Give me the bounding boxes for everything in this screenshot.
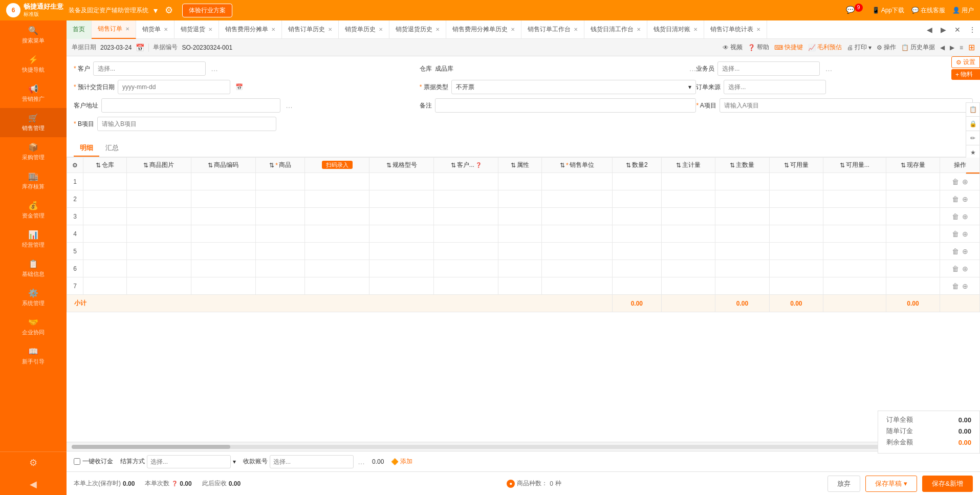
tab-close-1[interactable]: ✕ xyxy=(125,26,129,32)
th-settings[interactable]: ⚙ xyxy=(67,158,83,173)
save-draft-btn[interactable]: 保存草稿 ▾ xyxy=(865,476,917,492)
customer-input[interactable] xyxy=(93,61,206,76)
delivery-date-input[interactable] xyxy=(118,80,230,94)
row-product-3[interactable] xyxy=(255,208,304,225)
product-count-icon[interactable]: ● xyxy=(507,480,515,488)
row-code-6[interactable] xyxy=(191,260,255,277)
row-delete-7[interactable]: 🗑 xyxy=(952,282,959,290)
row-unit-4[interactable] xyxy=(542,225,613,243)
scrollbar-thumb[interactable] xyxy=(72,445,230,449)
row-warehouse-2[interactable] xyxy=(83,190,127,208)
row-copy-6[interactable]: ⊕ xyxy=(962,265,968,273)
row-warehouse-4[interactable] xyxy=(83,225,127,243)
this-order-help-icon[interactable]: ❓ xyxy=(171,481,178,486)
row-warehouse-5[interactable] xyxy=(83,243,127,260)
product-count-circle[interactable]: ● xyxy=(507,480,515,488)
one-click-collect-checkbox[interactable] xyxy=(74,458,80,465)
row-delete-4[interactable]: 🗑 xyxy=(952,230,959,238)
right-float-btn-1[interactable]: 📋 xyxy=(966,102,980,117)
tab-next-btn[interactable]: ▶ xyxy=(937,20,950,39)
salesperson-input[interactable] xyxy=(717,61,820,76)
row-qty2-4[interactable] xyxy=(612,225,661,243)
row-copy-4[interactable]: ⊕ xyxy=(962,230,968,238)
row-product-6[interactable] xyxy=(255,260,304,277)
row-unit-6[interactable] xyxy=(542,260,613,277)
sidebar-item-7[interactable]: 📊经营管理 xyxy=(0,225,67,254)
row-product-4[interactable] xyxy=(255,225,304,243)
row-unit-5[interactable] xyxy=(542,243,613,260)
row-product-2[interactable] xyxy=(255,190,304,208)
row-code-2[interactable] xyxy=(191,190,255,208)
tab-menu-btn[interactable]: ⋮ xyxy=(965,20,980,39)
row-product-7[interactable] xyxy=(255,277,304,295)
sidebar-item-3[interactable]: 🛒销售管理 xyxy=(0,108,67,137)
tab-close-2[interactable]: ✕ xyxy=(164,27,168,32)
sidebar-item-5[interactable]: 🏬库存核算 xyxy=(0,166,67,196)
order-source-input[interactable] xyxy=(724,80,826,94)
tab-close-5[interactable]: ✕ xyxy=(328,27,332,32)
operation-btn[interactable]: ⚙ 操作 xyxy=(877,43,896,52)
tab-sales-workbench[interactable]: 销售订单工作台✕ xyxy=(521,20,584,39)
toolbar-nav-next[interactable]: ▶ xyxy=(950,44,954,51)
row-code-4[interactable] xyxy=(191,225,255,243)
row-copy-1[interactable]: ⊕ xyxy=(962,178,968,186)
discard-btn[interactable]: 放弃 xyxy=(827,476,860,492)
tab-sales-expense-history[interactable]: 销售费用分摊单历史✕ xyxy=(446,20,521,39)
toolbar-view-toggle[interactable]: ≡ xyxy=(960,44,963,51)
sidebar-item-6[interactable]: 💰资金管理 xyxy=(0,196,67,225)
row-copy-5[interactable]: ⊕ xyxy=(962,247,968,255)
customer-address-input[interactable] xyxy=(101,98,280,113)
scrollbar-track[interactable] xyxy=(72,445,975,449)
row-code-7[interactable] xyxy=(191,277,255,295)
app-download-btn[interactable]: 📱 App下载 xyxy=(872,6,904,15)
row-warehouse-6[interactable] xyxy=(83,260,127,277)
sidebar-item-4[interactable]: 📦采购管理 xyxy=(0,137,67,166)
tab-close-3[interactable]: ✕ xyxy=(208,27,212,32)
row-code-1[interactable] xyxy=(191,173,255,190)
row-warehouse-7[interactable] xyxy=(83,277,127,295)
row-qty2-3[interactable] xyxy=(612,208,661,225)
row-qty2-1[interactable] xyxy=(612,173,661,190)
tab-sales-bill-history[interactable]: 销货单历史✕ xyxy=(339,20,389,39)
add-collect-btn[interactable]: 🔶 添加 xyxy=(391,457,412,466)
tab-daily-reconcile[interactable]: 钱货日清对账✕ xyxy=(647,20,704,39)
row-delete-3[interactable]: 🗑 xyxy=(952,212,959,221)
right-float-btn-2[interactable]: 🔒 xyxy=(966,117,980,131)
right-float-btn-3[interactable]: ✏ xyxy=(966,131,980,145)
tab-close-all-btn[interactable]: ✕ xyxy=(950,20,965,39)
sidebar-item-11[interactable]: 📖新手引导 xyxy=(0,341,67,371)
row-product-5[interactable] xyxy=(255,243,304,260)
shortcut-btn[interactable]: ⌨ 快捷键 xyxy=(774,43,803,52)
row-qty2-5[interactable] xyxy=(612,243,661,260)
sidebar-item-0[interactable]: 🔍搜索菜单 xyxy=(0,20,67,50)
row-warehouse-3[interactable] xyxy=(83,208,127,225)
tab-close-9[interactable]: ✕ xyxy=(574,27,578,32)
row-qty2-7[interactable] xyxy=(612,277,661,295)
row-copy-3[interactable]: ⊕ xyxy=(962,212,968,221)
sidebar-item-1[interactable]: ⚡快捷导航 xyxy=(0,50,67,79)
row-unit-1[interactable] xyxy=(542,173,613,190)
row-warehouse-1[interactable] xyxy=(83,173,127,190)
sidebar-settings-btn[interactable]: ⚙ xyxy=(0,452,67,474)
row-code-5[interactable] xyxy=(191,243,255,260)
row-copy-2[interactable]: ⊕ xyxy=(962,195,968,203)
b-project-input[interactable] xyxy=(97,117,276,131)
tab-sales-order-history[interactable]: 销售订单历史✕ xyxy=(282,20,339,39)
row-copy-7[interactable]: ⊕ xyxy=(962,282,968,290)
row-unit-2[interactable] xyxy=(542,190,613,208)
row-unit-3[interactable] xyxy=(542,208,613,225)
row-code-3[interactable] xyxy=(191,208,255,225)
tab-summary[interactable]: 汇总 xyxy=(99,140,125,157)
tab-prev-btn[interactable]: ◀ xyxy=(923,20,937,39)
account-dots-btn[interactable]: … xyxy=(358,458,365,466)
notification-area[interactable]: 💬 9 xyxy=(846,6,864,15)
one-click-collect-label[interactable]: 一键收订金 xyxy=(74,457,113,466)
tab-daily-clear[interactable]: 钱货日清工作台✕ xyxy=(584,20,647,39)
address-dots-btn[interactable]: … xyxy=(286,101,293,110)
date-picker-icon[interactable]: 📅 xyxy=(136,44,144,52)
tab-sales-return-history[interactable]: 销货退货历史✕ xyxy=(389,20,446,39)
tab-sales-stats[interactable]: 销售订单统计表✕ xyxy=(704,20,767,39)
online-service-btn[interactable]: 💬 在线客服 xyxy=(911,6,945,15)
toolbar-expand-btn[interactable]: ⊞ xyxy=(968,42,975,52)
row-qty2-2[interactable] xyxy=(612,190,661,208)
